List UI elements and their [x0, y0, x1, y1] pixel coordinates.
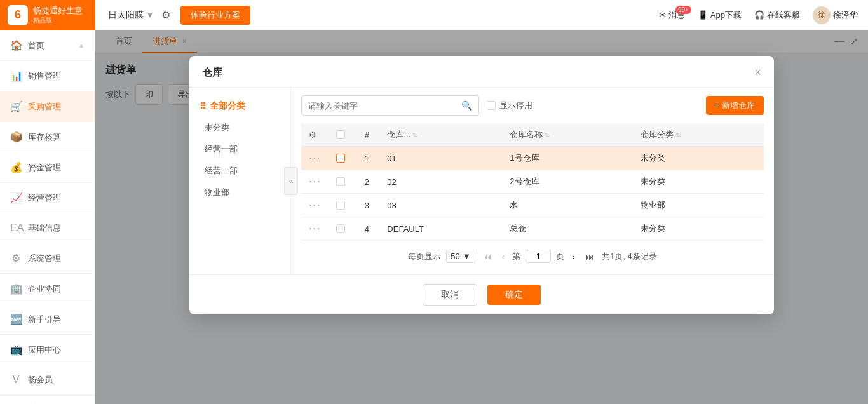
category-panel: ⠿ 全部分类 未分类 经营一部 经营二部 物业部 [189, 88, 291, 274]
row-code: DEFAULT [379, 217, 502, 241]
sidebar-item-finance[interactable]: 💰 资金管理 [0, 152, 95, 183]
basic-icon: EA [10, 222, 22, 234]
sidebar-item-sales[interactable]: 📊 销售管理 [0, 61, 95, 91]
row-checkbox[interactable] [336, 177, 345, 186]
row-checkbox[interactable] [336, 201, 345, 210]
sort-category[interactable]: 仓库分类 ⇅ [641, 129, 681, 140]
sidebar-item-apps[interactable]: 📺 应用中心 [0, 335, 95, 365]
category-dept2[interactable]: 经营二部 [189, 160, 290, 182]
row-checkbox-cell[interactable] [329, 194, 354, 217]
show-disabled-toggle[interactable]: 显示停用 [487, 100, 532, 111]
headset-icon: 🎧 [754, 10, 764, 20]
pagination: 每页显示 50 ▼ ⏮ ‹ 第 页 › ⏭ 共1页 [301, 241, 764, 267]
cancel-btn[interactable]: 取消 [423, 284, 477, 306]
collapse-panel-btn[interactable]: « [284, 167, 298, 195]
col-category-header[interactable]: 仓库分类 ⇅ [633, 123, 764, 147]
sidebar-item-guide[interactable]: 🆕 新手引导 [0, 304, 95, 335]
guide-icon: 🆕 [10, 313, 22, 325]
confirm-btn[interactable]: 确定 [487, 285, 541, 305]
dialog-header: 仓库 × [189, 56, 774, 88]
messages-btn[interactable]: ✉ 消息 99+ [659, 10, 685, 21]
row-more[interactable]: ··· [301, 147, 329, 170]
category-property[interactable]: 物业部 [189, 182, 290, 203]
chevron-down-icon: ▼ [146, 11, 154, 20]
row-num: 3 [354, 194, 379, 217]
more-icon[interactable]: ··· [309, 199, 321, 210]
search-icon[interactable]: 🔍 [461, 100, 472, 111]
all-categories-btn[interactable]: ⠿ 全部分类 [189, 95, 290, 117]
sidebar-item-inventory[interactable]: 📦 库存核算 [0, 122, 95, 152]
col-code-header[interactable]: 仓库... ⇅ [379, 123, 502, 147]
col-name-header[interactable]: 仓库名称 ⇅ [502, 123, 633, 147]
trial-btn[interactable]: 体验行业方案 [180, 6, 250, 25]
search-box: 🔍 [301, 95, 479, 116]
show-disabled-checkbox[interactable] [487, 101, 496, 110]
table-row[interactable]: ··· 2 02 2号仓库 未分类 [301, 170, 764, 194]
col-check-all[interactable] [329, 123, 354, 147]
last-page-btn[interactable]: ⏭ [583, 250, 597, 263]
user-menu[interactable]: 徐 徐泽华 [813, 6, 858, 24]
header-right: ✉ 消息 99+ 📱 App下载 🎧 在线客服 徐 徐泽华 [659, 6, 858, 24]
table-row[interactable]: ··· 3 03 水 物业部 [301, 194, 764, 217]
row-name: 总仓 [502, 217, 633, 241]
warehouse-dialog: 仓库 × ⠿ 全部分类 未分类 经营一 [189, 56, 774, 314]
more-icon[interactable]: ··· [309, 223, 321, 234]
mobile-icon: 📱 [698, 10, 708, 20]
row-checkbox[interactable] [336, 154, 345, 163]
chevron-icon: ▲ [78, 42, 85, 49]
row-checkbox[interactable] [336, 224, 345, 233]
top-header: 6 畅捷通好生意 精品版 日太阳膜 ▼ ⚙ 体验行业方案 ✉ 消息 99+ 📱 … [0, 0, 868, 30]
dialog-title: 仓库 [202, 66, 222, 79]
row-num: 2 [354, 170, 379, 194]
message-icon: ✉ [659, 10, 666, 20]
row-checkbox-cell[interactable] [329, 147, 354, 170]
sidebar-item-system[interactable]: ⚙ 系统管理 [0, 243, 95, 274]
sidebar-item-enterprise[interactable]: 🏢 企业协同 [0, 274, 95, 304]
row-checkbox-cell[interactable] [329, 170, 354, 194]
table-row[interactable]: ··· 1 01 1号仓库 未分类 [301, 147, 764, 170]
operations-icon: 📈 [10, 192, 22, 204]
app-download-btn[interactable]: 📱 App下载 [698, 10, 742, 21]
more-icon[interactable]: ··· [309, 176, 321, 187]
sidebar-item-basic[interactable]: EA 基础信息 [0, 213, 95, 243]
sidebar-item-member[interactable]: V 畅会员 [0, 365, 95, 395]
company-selector[interactable]: 日太阳膜 ▼ [108, 10, 154, 21]
row-code: 02 [379, 170, 502, 194]
prev-page-btn[interactable]: ‹ [499, 250, 508, 263]
sort-code[interactable]: 仓库... ⇅ [387, 129, 417, 140]
collapse-icon: « [289, 177, 294, 185]
page-size-chevron: ▼ [463, 252, 471, 261]
row-more[interactable]: ··· [301, 194, 329, 217]
add-warehouse-btn[interactable]: + 新增仓库 [706, 96, 764, 115]
sidebar-item-home[interactable]: 🏠 首页 ▲ [0, 30, 95, 61]
category-unclassified[interactable]: 未分类 [189, 117, 290, 138]
page-size-select[interactable]: 50 ▼ [446, 250, 475, 263]
category-dept1[interactable]: 经营一部 [189, 138, 290, 160]
row-more[interactable]: ··· [301, 217, 329, 241]
sort-name-icon: ⇅ [545, 131, 550, 138]
first-page-btn[interactable]: ⏮ [480, 250, 494, 263]
member-icon: V [10, 374, 22, 386]
settings-icon[interactable]: ⚙ [161, 9, 170, 21]
next-page-btn[interactable]: › [569, 250, 578, 263]
row-more[interactable]: ··· [301, 170, 329, 194]
row-checkbox-cell[interactable] [329, 217, 354, 241]
dialog-close-btn[interactable]: × [754, 66, 761, 79]
customer-service-btn[interactable]: 🎧 在线客服 [754, 10, 800, 21]
brand-text: 畅捷通好生意 精品版 [33, 6, 83, 25]
sort-category-icon: ⇅ [675, 131, 681, 138]
page-number-input[interactable] [526, 250, 551, 263]
sidebar-item-purchase[interactable]: 🛒 采购管理 [0, 91, 95, 122]
row-category: 物业部 [633, 194, 764, 217]
sidebar-bottom: ⚙ 🔊 [0, 395, 95, 404]
messages-badge: 99+ [675, 6, 691, 14]
row-code: 01 [379, 147, 502, 170]
sort-name[interactable]: 仓库名称 ⇅ [510, 129, 550, 140]
select-all-checkbox[interactable] [336, 130, 345, 139]
more-icon[interactable]: ··· [309, 152, 321, 163]
row-name: 2号仓库 [502, 170, 633, 194]
sidebar-item-operations[interactable]: 📈 经营管理 [0, 183, 95, 213]
search-input[interactable] [308, 101, 461, 111]
main-layout: 🏠 首页 ▲ 📊 销售管理 🛒 采购管理 📦 库存核算 💰 资金管理 📈 经营管… [0, 30, 868, 404]
table-row[interactable]: ··· 4 DEFAULT 总仓 未分类 [301, 217, 764, 241]
